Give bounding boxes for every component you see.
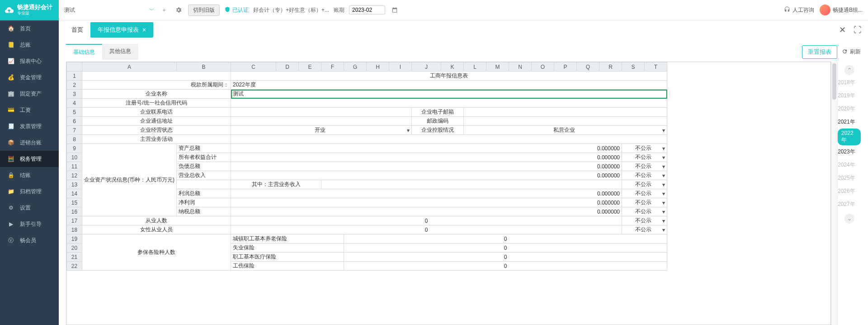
metric-value[interactable]: 0.000000 — [231, 162, 622, 171]
col-header[interactable]: Q — [577, 62, 599, 72]
row-header[interactable]: 22 — [67, 262, 82, 271]
cell[interactable] — [231, 117, 412, 126]
company-selector[interactable]: 测试 ﹀ — [64, 6, 155, 14]
disclose-dropdown[interactable]: 不公示▾ — [622, 171, 667, 180]
close-all-button[interactable]: ✕ — [837, 25, 847, 35]
calendar-icon[interactable] — [390, 5, 400, 15]
cell[interactable]: 失业保险 — [231, 244, 344, 253]
cell[interactable]: 0 — [344, 234, 667, 244]
col-header[interactable]: J — [412, 62, 441, 72]
sidebar-item-0[interactable]: 🏠首页 — [0, 20, 59, 37]
row-header[interactable]: 16 — [67, 207, 82, 216]
sidebar-item-13[interactable]: Ⓥ畅会员 — [0, 232, 59, 249]
sidebar-item-1[interactable]: 📒总账 — [0, 37, 59, 53]
row-header[interactable]: 12 — [67, 171, 82, 180]
cell[interactable]: 企业经营状态 — [82, 126, 231, 135]
subtab-basic-info[interactable]: 基础信息 — [66, 44, 102, 60]
col-header[interactable]: C — [231, 62, 276, 72]
year-item[interactable]: 2027年 — [838, 198, 861, 211]
metric-label[interactable]: 利润总额 — [177, 189, 231, 198]
row-header[interactable]: 17 — [67, 216, 82, 225]
col-header[interactable]: L — [464, 62, 486, 72]
cell[interactable] — [82, 72, 231, 81]
sidebar-item-8[interactable]: 🧮税务管理 — [0, 151, 59, 167]
company-name-cell[interactable]: 测试 — [231, 90, 667, 99]
metric-label[interactable]: 营业总收入 — [177, 171, 231, 180]
metric-value[interactable]: 0.000000 — [231, 207, 622, 216]
reset-report-button[interactable]: 重置报表 — [802, 45, 837, 59]
cell[interactable]: 0 — [231, 216, 622, 225]
col-header[interactable]: E — [299, 62, 321, 72]
settings-icon[interactable] — [174, 5, 184, 15]
cell[interactable]: 企业电子邮箱 — [412, 108, 464, 117]
metric-value[interactable]: 0.000000 — [231, 144, 622, 153]
col-header[interactable]: I — [389, 62, 412, 72]
sidebar-item-7[interactable]: 📦进销台账 — [0, 134, 59, 151]
cell[interactable]: 主营业务活动 — [82, 135, 231, 144]
cell[interactable]: 0 — [344, 262, 667, 271]
row-header[interactable]: 6 — [67, 117, 82, 126]
cell[interactable]: 0 — [231, 225, 622, 234]
col-header[interactable]: T — [645, 62, 667, 72]
cell[interactable] — [464, 117, 667, 126]
cell[interactable]: 工伤保险 — [231, 262, 344, 271]
metric-label[interactable]: 净利润 — [177, 198, 231, 207]
cell[interactable] — [464, 108, 667, 117]
row-header[interactable]: 14 — [67, 189, 82, 198]
col-header[interactable]: A — [82, 62, 177, 72]
col-header[interactable]: K — [441, 62, 464, 72]
col-header[interactable]: N — [509, 62, 532, 72]
reg-no-label[interactable]: 注册号/统一社会信用代码 — [82, 99, 231, 108]
cell[interactable] — [321, 180, 622, 189]
period-value[interactable]: 2022年度 — [231, 81, 667, 90]
support-link[interactable]: 人工咨询 — [784, 6, 814, 14]
row-header[interactable]: 2 — [67, 81, 82, 90]
cell[interactable]: 城镇职工基本养老保险 — [231, 234, 344, 244]
disclose-dropdown[interactable]: 不公示▾ — [622, 207, 667, 216]
row-header[interactable]: 3 — [67, 90, 82, 99]
user-menu[interactable]: 畅捷通B组... — [820, 5, 863, 15]
switch-old-button[interactable]: 切到旧版 — [188, 5, 220, 16]
company-name-label[interactable]: 企业名称 — [82, 90, 231, 99]
year-item[interactable]: 2018年 — [838, 76, 861, 89]
cell[interactable]: 企业联系电话 — [82, 108, 231, 117]
disclose-dropdown[interactable]: 不公示▾ — [622, 144, 667, 153]
col-header[interactable]: B — [177, 62, 231, 72]
row-header[interactable]: 9 — [67, 144, 82, 153]
col-header[interactable]: P — [554, 62, 577, 72]
add-button[interactable]: ＋ — [159, 5, 169, 15]
cell[interactable]: 不公示▾ — [622, 216, 667, 225]
tab-home[interactable]: 首页 — [64, 22, 90, 38]
row-header[interactable]: 18 — [67, 225, 82, 234]
row-header[interactable]: 4 — [67, 99, 82, 108]
fullscreen-icon[interactable]: ⛶ — [853, 25, 863, 35]
cell[interactable]: 0 — [344, 244, 667, 253]
disclose-dropdown[interactable]: 不公示▾ — [622, 162, 667, 171]
year-item[interactable]: 2026年 — [838, 185, 861, 198]
year-item[interactable]: 2021年 — [838, 115, 861, 129]
year-down-button[interactable]: ⌄ — [844, 214, 854, 224]
col-header[interactable]: H — [367, 62, 389, 72]
metric-label[interactable]: 纳税总额 — [177, 207, 231, 216]
year-up-button[interactable]: ⌃ — [844, 65, 854, 75]
cell[interactable] — [177, 180, 231, 189]
cell[interactable]: 职工基本医疗保险 — [231, 253, 344, 262]
col-header[interactable]: D — [276, 62, 299, 72]
year-item[interactable]: 2020年 — [838, 102, 861, 115]
row-header[interactable]: 15 — [67, 198, 82, 207]
col-header[interactable]: S — [622, 62, 645, 72]
col-header[interactable]: R — [599, 62, 622, 72]
col-header[interactable]: O — [532, 62, 554, 72]
spreadsheet[interactable]: ABCDEFGHIJKLMNOPQRST1工商年报信息表2税款所属期间：2022… — [66, 62, 831, 325]
status-dropdown[interactable]: 开业▾ — [231, 126, 412, 135]
row-header[interactable]: 5 — [67, 108, 82, 117]
sidebar-item-10[interactable]: 📁归档管理 — [0, 183, 59, 200]
cell[interactable] — [231, 135, 667, 144]
sidebar-item-9[interactable]: 🔒结账 — [0, 167, 59, 183]
sidebar-item-6[interactable]: 🧾发票管理 — [0, 118, 59, 134]
sidebar-item-12[interactable]: ▶新手引导 — [0, 216, 59, 232]
year-item[interactable]: 2022年 — [838, 129, 861, 145]
sidebar-item-5[interactable]: 💳工资 — [0, 102, 59, 118]
cell[interactable] — [231, 99, 667, 108]
close-icon[interactable]: × — [142, 26, 146, 33]
